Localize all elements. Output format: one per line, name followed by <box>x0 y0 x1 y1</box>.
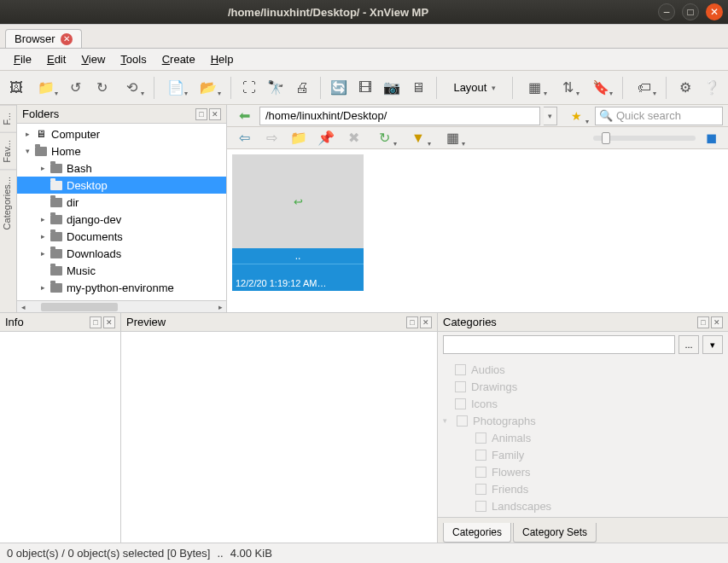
category-photographs[interactable]: ▾Photographs <box>438 412 728 429</box>
checkbox[interactable] <box>475 467 486 478</box>
move-to-icon[interactable]: 📂 <box>194 76 224 100</box>
tree-item-downloads[interactable]: ▸Downloads <box>17 245 226 262</box>
category-tree[interactable]: AudiosDrawingsIcons▾PhotographsAnimalsFa… <box>438 357 728 517</box>
thumb-max-icon[interactable]: ◼ <box>699 126 723 150</box>
panel-float-icon[interactable]: □ <box>90 316 102 328</box>
rotate-cw-icon[interactable]: ↻ <box>90 76 114 100</box>
twist-icon[interactable]: ▸ <box>38 232 48 241</box>
twist-icon[interactable]: ▸ <box>38 215 48 223</box>
menu-file[interactable]: File <box>7 50 38 68</box>
category-drawings[interactable]: Drawings <box>438 378 728 395</box>
tree-item-music[interactable]: Music <box>17 262 226 279</box>
checkbox[interactable] <box>475 450 486 461</box>
slideshow-icon[interactable]: 🖥 <box>407 76 430 100</box>
pin-icon[interactable]: 📌 <box>314 126 338 150</box>
tree-item-bash[interactable]: ▸Bash <box>17 160 226 177</box>
menu-help[interactable]: Help <box>204 50 241 68</box>
open-image-icon[interactable]: 🖼 <box>5 76 28 100</box>
panel-close-icon[interactable]: ✕ <box>103 316 115 328</box>
panel-close-icon[interactable]: ✕ <box>420 316 432 328</box>
binoculars-icon[interactable]: 🔭 <box>264 76 287 100</box>
panel-float-icon[interactable]: □ <box>697 316 709 328</box>
quick-search-input[interactable]: 🔍 Quick search <box>595 107 723 125</box>
checkbox[interactable] <box>455 381 466 392</box>
menu-edit[interactable]: Edit <box>40 50 73 68</box>
category-family[interactable]: Family <box>438 446 728 463</box>
thumb-size-slider[interactable] <box>593 136 696 141</box>
category-filter-input[interactable] <box>443 335 675 354</box>
rotate-more-icon[interactable]: ⟲ <box>117 76 147 100</box>
help-icon[interactable]: ❔ <box>700 76 723 100</box>
panel-close-icon[interactable]: ✕ <box>711 316 723 328</box>
nav-back-icon[interactable]: ⬅ <box>232 104 256 128</box>
menu-create[interactable]: Create <box>155 50 202 68</box>
tab-close-icon[interactable]: ✕ <box>61 33 73 45</box>
rotate-ccw-icon[interactable]: ↺ <box>64 76 87 100</box>
panel-close-icon[interactable]: ✕ <box>209 108 221 120</box>
category-audios[interactable]: Audios <box>438 361 728 378</box>
convert-icon[interactable]: 🔄 <box>328 76 351 100</box>
category-landscapes[interactable]: Landscapes <box>438 497 728 514</box>
twist-icon[interactable]: ▾ <box>22 147 32 155</box>
tree-item-computer[interactable]: ▸🖥Computer <box>17 125 226 142</box>
tag-icon[interactable]: 🏷 <box>630 76 660 100</box>
twist-icon[interactable]: ▸ <box>38 283 48 292</box>
checkbox[interactable] <box>475 432 486 444</box>
category-menu-button[interactable]: ▾ <box>702 335 723 354</box>
twist-icon[interactable]: ▸ <box>38 164 48 172</box>
twist-icon[interactable]: ▸ <box>38 249 48 258</box>
nav-prev-icon[interactable]: ⇦ <box>232 126 256 150</box>
panel-float-icon[interactable]: □ <box>195 108 207 120</box>
tab-category-sets[interactable]: Category Sets <box>513 523 597 543</box>
address-history-icon[interactable]: ▾ <box>544 107 557 125</box>
checkbox[interactable] <box>475 501 486 512</box>
thumbnail-area[interactable]: ↩ .. 12/2/20 1:19:12 AM… <box>227 149 728 312</box>
panel-float-icon[interactable]: □ <box>406 316 418 328</box>
view-mode-icon[interactable]: ▦ <box>437 126 468 150</box>
panels-icon[interactable]: ▦ <box>520 76 550 100</box>
rail-tab-categories[interactable]: Categories... <box>0 169 16 236</box>
copy-to-icon[interactable]: 📄 <box>161 76 191 100</box>
tree-item-django-dev[interactable]: ▸django-dev <box>17 211 226 228</box>
layout-button[interactable]: Layout <box>444 76 505 100</box>
nav-next-icon[interactable]: ⇨ <box>259 126 283 150</box>
settings-icon[interactable]: ⚙ <box>673 76 696 100</box>
tree-item-home[interactable]: ▾Home <box>17 142 226 160</box>
filter-icon[interactable]: ▼ <box>403 126 434 150</box>
tab-categories[interactable]: Categories <box>443 523 511 543</box>
rail-tab-f[interactable]: F... <box>0 105 16 132</box>
checkbox[interactable] <box>457 415 468 427</box>
rail-tab-favorites[interactable]: Fav... <box>0 132 16 170</box>
print-icon[interactable]: 🖨 <box>290 76 313 100</box>
delete-icon[interactable]: ✖ <box>341 126 365 150</box>
checkbox[interactable] <box>455 398 466 409</box>
tree-item-dir[interactable]: dir <box>17 194 226 211</box>
favorite-icon[interactable]: ★ <box>561 104 591 128</box>
fullscreen-icon[interactable]: ⛶ <box>237 76 260 100</box>
category-icons[interactable]: Icons <box>438 395 728 412</box>
refresh-icon[interactable]: ↻ <box>369 126 399 150</box>
checkbox[interactable] <box>475 484 486 495</box>
twist-icon[interactable]: ▸ <box>22 130 32 138</box>
minimize-button[interactable]: – <box>658 3 675 20</box>
bookmark-icon[interactable]: 🔖 <box>585 76 615 100</box>
capture-icon[interactable]: 📷 <box>381 76 404 100</box>
tree-item-desktop[interactable]: Desktop <box>17 177 226 194</box>
tree-item-my-python-environme[interactable]: ▸my-python-environme <box>17 279 226 296</box>
thumb-parent-dir[interactable]: ↩ .. 12/2/20 1:19:12 AM… <box>232 154 364 291</box>
tab-browser[interactable]: Browser ✕ <box>5 29 82 48</box>
tree-hscroll[interactable]: ◂▸ <box>17 300 226 312</box>
category-friends[interactable]: Friends <box>438 480 728 497</box>
category-animals[interactable]: Animals <box>438 429 728 446</box>
open-folder-icon[interactable]: 📁 <box>32 76 61 100</box>
sort-icon[interactable]: ⇅ <box>553 76 583 100</box>
twist-icon[interactable]: ▾ <box>443 416 451 425</box>
batch-icon[interactable]: 🎞 <box>354 76 377 100</box>
menu-tools[interactable]: Tools <box>114 50 153 68</box>
category-more-button[interactable]: ... <box>678 335 699 354</box>
address-input[interactable]: /home/linuxhint/Desktop/ <box>259 107 540 125</box>
up-folder-icon[interactable]: 📁 <box>287 126 311 150</box>
close-button[interactable]: ✕ <box>706 3 723 20</box>
maximize-button[interactable]: □ <box>682 3 699 20</box>
category-flowers[interactable]: Flowers <box>438 463 728 480</box>
